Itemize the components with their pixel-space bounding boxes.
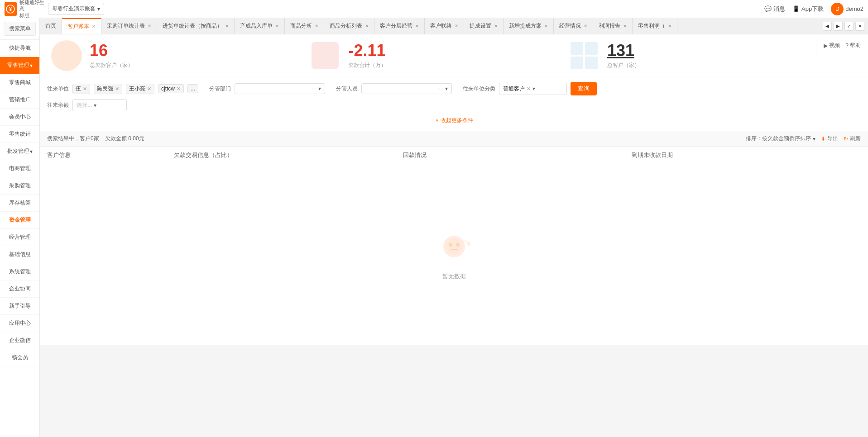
tab-close-icon-6[interactable]: ✕ [365, 24, 369, 28]
sidebar-item-ops-mgmt[interactable]: 经营管理 [0, 229, 39, 246]
tab-prev-btn[interactable]: ◀ [823, 22, 832, 31]
col-header-repayment: 回款情况 [403, 151, 632, 159]
result-text: 搜索结果中，客户0家 欠款金额 0.00元 [47, 135, 144, 142]
empty-illustration [436, 229, 472, 267]
sidebar-item-retail-stats[interactable]: 零售统计 [0, 126, 39, 143]
sidebar-item-sys-mgmt[interactable]: 系统管理 [0, 263, 39, 280]
tab-close-icon[interactable]: ✕ [92, 24, 96, 29]
message-btn[interactable]: 💬 消息 [764, 5, 785, 13]
empty-state: 暂无数据 [436, 229, 472, 280]
sidebar-item-new-guide[interactable]: 新手引导 [0, 298, 39, 315]
svg-rect-5 [571, 42, 583, 55]
tab-customer-layer[interactable]: 客户分层经营 ✕ [374, 18, 425, 34]
tab-close-all-btn[interactable]: ✕ [855, 22, 864, 31]
tab-customer-ledger[interactable]: 客户账本 ✕ [62, 18, 101, 34]
tab-close-icon-9[interactable]: ✕ [494, 24, 498, 28]
main-layout: 搜索菜单 快捷导航 零售管理 ▾ 零售商城 营销推广 会员中心 零售统计 批发管… [0, 18, 868, 437]
filter-area: 往来单位 伍 ✕ 陈民强 ✕ 王小亮 ✕ cjttcw [40, 77, 868, 131]
filter-tag-wu[interactable]: 伍 ✕ [72, 84, 90, 94]
tab-add-commission[interactable]: 新增提成方案 ✕ [504, 18, 554, 34]
stat-card-all-customers: 131 总客户（家） [557, 34, 816, 77]
remove-cjttcw-tag[interactable]: ✕ [177, 86, 181, 92]
stat-card-total-customers: ¥ 16 总欠款客户（家） [40, 34, 298, 77]
video-link[interactable]: ▶ 视频 [824, 42, 840, 49]
tab-product-analysis[interactable]: 商品分析 ✕ [285, 18, 324, 34]
person-select[interactable]: ··· ▾ [361, 83, 452, 94]
sidebar-item-finance-mgmt[interactable]: 资金管理 [0, 212, 39, 229]
sidebar-search-area: 搜索菜单 [0, 18, 39, 40]
collapse-btn-area: ∧ 收起更多条件 [47, 115, 861, 126]
data-table: 客户信息 欠款交易信息（占比） 回款情况 到期未收款日期 [40, 147, 868, 345]
query-button[interactable]: 查询 [571, 82, 597, 95]
tab-product-analysis-list[interactable]: 商品分析列表 ✕ [324, 18, 374, 34]
collapse-filters-btn[interactable]: ∧ 收起更多条件 [47, 115, 861, 126]
sort-label: 排序：按欠款金额倒序排序 [746, 135, 811, 142]
sidebar-item-retail-mgmt[interactable]: 零售管理 ▾ [0, 57, 39, 74]
tab-close-icon-4[interactable]: ✕ [275, 24, 279, 28]
tab-profit-report[interactable]: 利润报告 ✕ [593, 18, 633, 34]
sidebar-item-quick-nav[interactable]: 快捷导航 [0, 40, 39, 57]
tab-close-icon-5[interactable]: ✕ [315, 24, 318, 28]
tab-bar: 首页 客户账本 ✕ 采购订单统计表 ✕ 进货单统计表（按商品） ✕ 产成品入库单… [40, 18, 868, 34]
tab-home[interactable]: 首页 [40, 18, 62, 34]
balance-select[interactable]: 选择... ▾ [72, 99, 127, 111]
sidebar-item-batch-mgmt[interactable]: 批发管理 ▾ [0, 143, 39, 160]
tab-ops-status[interactable]: 经营情况 ✕ [554, 18, 593, 34]
remove-wu-tag[interactable]: ✕ [83, 86, 87, 92]
user-profile[interactable]: D demo2 [831, 3, 863, 15]
refresh-btn[interactable]: ↻ 刷新 [844, 135, 861, 142]
tab-commission-settings[interactable]: 提成设置 ✕ [464, 18, 504, 34]
app-download-btn[interactable]: 📱 App下载 [792, 5, 824, 13]
sort-select[interactable]: 排序：按欠款金额倒序排序 ▾ [746, 135, 815, 142]
tab-close-icon-12[interactable]: ✕ [623, 24, 627, 28]
sidebar-item-app-center[interactable]: 应用中心 [0, 315, 39, 332]
sidebar-item-marketing[interactable]: 营销推广 [0, 91, 39, 109]
tab-customer-contact[interactable]: 客户联络 ✕ [425, 18, 464, 34]
mobile-icon: 📱 [792, 5, 800, 12]
svg-point-13 [467, 242, 470, 246]
tabs-container: 首页 客户账本 ✕ 采购订单统计表 ✕ 进货单统计表（按商品） ✕ 产成品入库单… [40, 18, 823, 34]
sidebar-item-enterprise-wx[interactable]: 企业微信 [0, 332, 39, 349]
unit-class-select[interactable]: 普通客户 ✕ ▾ [499, 83, 567, 95]
search-menu-btn[interactable]: 搜索菜单 [4, 22, 36, 36]
dept-select[interactable]: ··· ▾ [235, 83, 325, 94]
tab-close-icon-10[interactable]: ✕ [544, 24, 548, 28]
tab-close-icon-3[interactable]: ✕ [225, 24, 229, 28]
unit-class-dropdown: ▾ [532, 86, 535, 92]
export-btn[interactable]: ⬇ 导出 [821, 135, 838, 142]
sidebar-item-premium[interactable]: 畅会员 [0, 349, 39, 366]
result-bar: 搜索结果中，客户0家 欠款金额 0.00元 排序：按欠款金额倒序排序 ▾ ⬇ 导… [40, 131, 868, 147]
sidebar-item-inventory[interactable]: 库存核算 [0, 195, 39, 212]
tab-close-icon-11[interactable]: ✕ [584, 24, 587, 28]
tab-purchase-stats[interactable]: 采购订单统计表 ✕ [101, 18, 157, 34]
tab-expand-btn[interactable]: ⤢ [844, 22, 854, 31]
top-bar: ¥ 畅捷通好生意 标版 母婴行业演示账套 ▾ 💬 消息 📱 App下载 D de… [0, 0, 868, 18]
tab-controls: ◀ ▶ ⤢ ✕ [823, 22, 868, 31]
filter-tag-wang[interactable]: 王小亮 ✕ [126, 84, 154, 94]
tab-close-icon-7[interactable]: ✕ [415, 24, 419, 28]
tab-close-icon-2[interactable]: ✕ [148, 24, 151, 28]
tab-production-entry[interactable]: 产成品入库单 ✕ [235, 18, 285, 34]
sidebar-item-member-center[interactable]: 会员中心 [0, 109, 39, 126]
tab-next-btn[interactable]: ▶ [834, 22, 843, 31]
remove-normal-tag[interactable]: ✕ [527, 86, 531, 92]
help-link[interactable]: ? 帮助 [845, 42, 861, 49]
sidebar-item-ecom-mgmt[interactable]: 电商管理 [0, 160, 39, 177]
sidebar-item-enterprise[interactable]: 企业协同 [0, 280, 39, 298]
more-units-tag[interactable]: ... [187, 84, 198, 93]
sidebar-item-purchase-mgmt[interactable]: 采购管理 [0, 177, 39, 195]
sidebar-item-retail-mall[interactable]: 零售商城 [0, 74, 39, 91]
filter-tag-chen[interactable]: 陈民强 ✕ [94, 84, 122, 94]
tab-close-icon-13[interactable]: ✕ [668, 24, 671, 28]
account-selector[interactable]: 母婴行业演示账套 ▾ [48, 3, 104, 15]
filter-tag-cjttcw[interactable]: cjttcw ✕ [158, 84, 184, 93]
sidebar-item-base-info[interactable]: 基础信息 [0, 246, 39, 263]
remove-wang-tag[interactable]: ✕ [147, 86, 151, 92]
dept-dropdown-icon: ▾ [318, 86, 321, 92]
remove-chen-tag[interactable]: ✕ [115, 86, 119, 92]
tab-close-icon-8[interactable]: ✕ [455, 24, 458, 28]
total-customers-value: 16 [90, 43, 133, 59]
tab-purchase-stats-product[interactable]: 进货单统计表（按商品） ✕ [157, 18, 235, 34]
table-header: 客户信息 欠款交易信息（占比） 回款情况 到期未收款日期 [40, 147, 868, 164]
tab-retail-profit[interactable]: 零售利润（ ✕ [633, 18, 677, 34]
